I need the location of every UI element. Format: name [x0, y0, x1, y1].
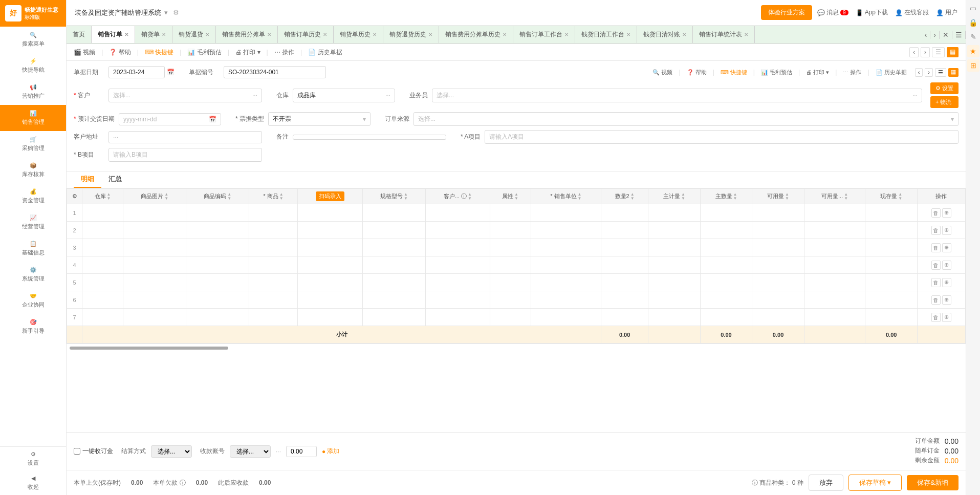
tab-nav-right[interactable]: ›: [930, 31, 940, 39]
cell-7-10[interactable]: [601, 309, 648, 326]
cell-3-5[interactable]: [297, 239, 362, 256]
invoice-dropdown-icon[interactable]: ▾: [363, 116, 366, 123]
cell-7-14[interactable]: [804, 309, 865, 326]
copy-icon-2[interactable]: ⊕: [942, 226, 951, 235]
cell-4-3[interactable]: [186, 256, 249, 274]
toolbar-operation[interactable]: ⋯ 操作: [274, 48, 294, 57]
sidebar-bottom-settings[interactable]: ⚙ 设置: [0, 447, 66, 471]
cell-4-5[interactable]: [297, 256, 362, 274]
cell-1-7[interactable]: [426, 204, 490, 222]
delete-icon-2[interactable]: 🗑: [931, 226, 941, 235]
cell-3-7[interactable]: [426, 239, 490, 256]
cell-6-5[interactable]: [297, 291, 362, 309]
row-action-5[interactable]: 🗑 ⊕: [917, 274, 965, 291]
cell-4-13[interactable]: [752, 256, 804, 274]
sidebar-item-库存核算[interactable]: 📦库存核算: [0, 157, 66, 183]
cell-4-10[interactable]: [601, 256, 648, 274]
toolbar-print2[interactable]: 🖨 打印 ▾: [806, 69, 829, 76]
toolbar-shortcuts2[interactable]: ⌨ 快捷键: [721, 69, 747, 76]
cell-7-7[interactable]: [426, 309, 490, 326]
tab-close-11[interactable]: ✕: [682, 32, 686, 37]
toolbar-video[interactable]: 🎬 视频: [74, 48, 95, 57]
tab-1[interactable]: 销售订单✕: [92, 26, 135, 43]
sidebar-bottom-collapse[interactable]: ◀ 收起: [0, 471, 66, 495]
cell-2-15[interactable]: [865, 222, 918, 239]
cell-6-1[interactable]: [82, 291, 123, 309]
cell-1-3[interactable]: [186, 204, 249, 222]
tab-detail[interactable]: 明细: [74, 171, 101, 188]
cell-4-9[interactable]: [531, 256, 601, 274]
delete-icon-1[interactable]: 🗑: [931, 208, 941, 218]
cell-3-15[interactable]: [865, 239, 918, 256]
address-input[interactable]: ···: [113, 134, 257, 141]
cell-5-14[interactable]: [804, 274, 865, 291]
cell-1-9[interactable]: [531, 204, 601, 222]
nav-prev-icon[interactable]: ‹: [915, 68, 923, 77]
copy-icon-4[interactable]: ⊕: [942, 261, 951, 270]
add-goods-btn[interactable]: + 物流: [930, 96, 959, 108]
tab-close-9[interactable]: ✕: [564, 32, 569, 37]
payment-select[interactable]: 选择...: [151, 445, 192, 458]
toolbar-print[interactable]: 🖨 打印 ▾: [235, 48, 260, 57]
cell-7-8[interactable]: [490, 309, 531, 326]
cell-3-4[interactable]: [249, 239, 297, 256]
cell-2-3[interactable]: [186, 222, 249, 239]
cell-3-8[interactable]: [490, 239, 531, 256]
cell-7-12[interactable]: [700, 309, 752, 326]
industry-btn[interactable]: 体验行业方案: [761, 5, 812, 20]
row-action-7[interactable]: 🗑 ⊕: [917, 309, 965, 326]
sidebar-item-采购管理[interactable]: 🛒采购管理: [0, 131, 66, 157]
cell-4-4[interactable]: [249, 256, 297, 274]
right-panel-icon-2[interactable]: 🔒: [967, 16, 979, 29]
toolbar-history[interactable]: 📄 历史单据: [308, 48, 342, 57]
account-select[interactable]: 选择...: [230, 445, 271, 458]
toolbar-grid-icon[interactable]: ☰: [932, 47, 945, 57]
cell-5-12[interactable]: [700, 274, 752, 291]
cell-7-6[interactable]: [362, 309, 425, 326]
row-action-2[interactable]: 🗑 ⊕: [917, 222, 965, 239]
cell-2-12[interactable]: [700, 222, 752, 239]
settings-side-btn[interactable]: ⚙ 设置: [930, 82, 959, 94]
user-btn[interactable]: 👤 用户: [936, 8, 957, 17]
tab-close-2[interactable]: ✕: [162, 32, 166, 37]
tab-close-4[interactable]: ✕: [267, 32, 271, 37]
cell-7-9[interactable]: [531, 309, 601, 326]
cell-6-2[interactable]: [123, 291, 186, 309]
cell-1-13[interactable]: [752, 204, 804, 222]
row-action-1[interactable]: 🗑 ⊕: [917, 204, 965, 222]
grid-view-icon[interactable]: ☰: [935, 68, 946, 77]
b-project-input[interactable]: 请输入B项目: [113, 150, 257, 159]
cell-5-2[interactable]: [123, 274, 186, 291]
tab-close-8[interactable]: ✕: [503, 32, 507, 37]
cell-1-10[interactable]: [601, 204, 648, 222]
sidebar-item-经营管理[interactable]: 📈经营管理: [0, 209, 66, 235]
cell-6-15[interactable]: [865, 291, 918, 309]
right-panel-icon-4[interactable]: ★: [967, 45, 979, 57]
tab-menu[interactable]: ☰: [952, 31, 966, 39]
cell-2-1[interactable]: [82, 222, 123, 239]
tab-4[interactable]: 销售费用分摊单✕: [216, 26, 278, 43]
right-panel-icon-1[interactable]: ▭: [967, 2, 979, 14]
cell-3-9[interactable]: [531, 239, 601, 256]
cell-6-8[interactable]: [490, 291, 531, 309]
cell-6-11[interactable]: [648, 291, 701, 309]
cell-3-11[interactable]: [648, 239, 701, 256]
table-view-icon[interactable]: ▦: [948, 68, 959, 77]
cell-5-4[interactable]: [249, 274, 297, 291]
row-action-3[interactable]: 🗑 ⊕: [917, 239, 965, 256]
cell-1-1[interactable]: [82, 204, 123, 222]
cell-3-14[interactable]: [804, 239, 865, 256]
tab-6[interactable]: 销货单历史✕: [334, 26, 383, 43]
tab-3[interactable]: 销货退货✕: [172, 26, 216, 43]
save-draft-btn[interactable]: 保存草稿 ▾: [848, 475, 902, 491]
tab-close-10[interactable]: ✕: [626, 32, 630, 37]
tab-close-3[interactable]: ✕: [205, 32, 209, 37]
cell-6-3[interactable]: [186, 291, 249, 309]
cell-3-2[interactable]: [123, 239, 186, 256]
cell-2-7[interactable]: [426, 222, 490, 239]
cell-3-10[interactable]: [601, 239, 648, 256]
tab-close-12[interactable]: ✕: [744, 32, 748, 37]
cell-4-8[interactable]: [490, 256, 531, 274]
cell-5-11[interactable]: [648, 274, 701, 291]
cell-2-9[interactable]: [531, 222, 601, 239]
